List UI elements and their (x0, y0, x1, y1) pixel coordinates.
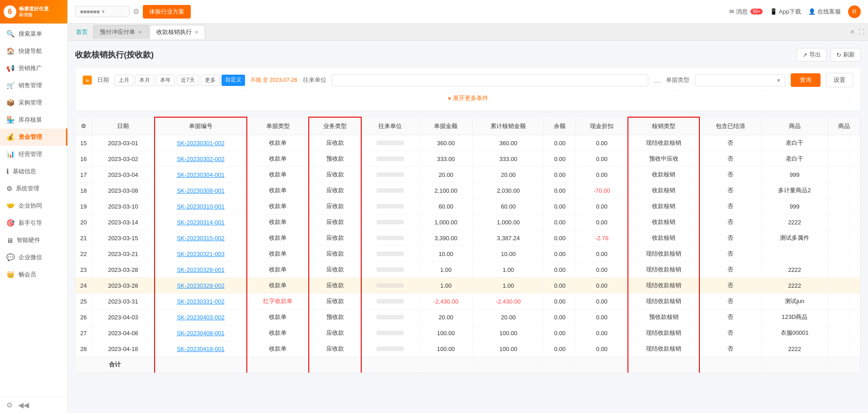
filter-expand-button[interactable]: » (83, 76, 92, 85)
sidebar-logo: 6 畅康道好生意 标准版 (0, 0, 67, 24)
wecom-icon: 💬 (6, 253, 15, 261)
td-balance: 0.00 (544, 183, 576, 199)
td-order-no[interactable]: SK-20230304-001 (155, 167, 247, 183)
tab-writeoff-close[interactable]: ✕ (194, 29, 198, 35)
date-btn-last-month[interactable]: 上月 (114, 75, 133, 86)
td-voucher-type: 收款单 (247, 230, 309, 246)
sidebar-item-operations[interactable]: 📊 经营管理 (0, 146, 67, 163)
sidebar-item-collab[interactable]: 🤝 企业协同 (0, 197, 67, 214)
td-order-no[interactable]: SK-20230331-002 (155, 294, 247, 309)
filter-dots[interactable]: ... (654, 76, 660, 85)
sidebar-item-finance[interactable]: 💰 资金管理 (0, 128, 67, 146)
sidebar-item-quicknav[interactable]: 🏠 快捷导航 (0, 43, 67, 60)
td-counterpart (361, 230, 419, 246)
td-order-no[interactable]: SK-20230308-001 (155, 183, 247, 199)
td-order-no[interactable]: SK-20230418-001 (155, 341, 247, 357)
sidebar-item-label: 搜索菜单 (19, 30, 42, 38)
td-order-no[interactable]: SK-20230403-002 (155, 309, 247, 325)
settings-footer-icon[interactable]: ⚙ (6, 401, 13, 409)
td-order-no[interactable]: SK-20230328-002 (155, 278, 247, 294)
td-date: 2023-03-10 (92, 199, 155, 214)
sidebar-item-system[interactable]: ⚙ 系统管理 (0, 180, 67, 197)
date-btn-this-month[interactable]: 本月 (135, 75, 154, 86)
sidebar-item-label: 畅会员 (19, 271, 36, 279)
td-order-no[interactable]: SK-20230321-003 (155, 246, 247, 262)
td-order-no[interactable]: SK-20230408-001 (155, 325, 247, 341)
sidebar-item-label: 营销推广 (19, 64, 42, 72)
sidebar-nav: 🔍 搜索菜单 🏠 快捷导航 📢 营销推广 🛒 销售管理 📦 采购管理 🏪 库存核… (0, 24, 67, 397)
tab-expand-icon[interactable]: ⛶ (859, 28, 864, 35)
date-btn-7days[interactable]: 近7天 (177, 75, 199, 86)
data-table: ⚙ 日期 单据编号 单据类型 业务类型 往来单位 单据金额 累计核销金额 余额 … (75, 117, 860, 373)
sidebar-item-marketing[interactable]: 📢 营销推广 (0, 60, 67, 77)
th-counterpart: 往来单位 (361, 117, 419, 135)
tab-home[interactable]: 首页 (71, 25, 92, 39)
counterpart-input[interactable] (332, 74, 648, 86)
th-balance: 余额 (544, 117, 576, 135)
td-order-no[interactable]: SK-20230310-001 (155, 199, 247, 214)
app-icon: 📱 (770, 8, 777, 15)
td-counterpart (361, 325, 419, 341)
sidebar-item-hardware[interactable]: 🖥 智能硬件 (0, 232, 67, 249)
td-order-no[interactable]: SK-20230314-001 (155, 214, 247, 230)
sidebar-item-search[interactable]: 🔍 搜索菜单 (0, 25, 67, 43)
sidebar-item-sales[interactable]: 🛒 销售管理 (0, 77, 67, 94)
td-balance: 0.00 (544, 294, 576, 309)
td-writeoff-amount: 1.00 (473, 262, 544, 278)
td-voucher-type: 收款单 (247, 309, 309, 325)
td-goods1: 老白干 (761, 135, 828, 151)
table-row: 272023-04-08SK-20230408-001收款单应收款100.001… (75, 325, 860, 341)
sidebar-item-label: 快捷导航 (19, 47, 42, 55)
td-writeoff-amount: -2,430.00 (473, 294, 544, 309)
td-order-no[interactable]: SK-20230315-002 (155, 230, 247, 246)
query-button[interactable]: 查询 (791, 73, 821, 87)
topbar-right: ✉ 消息 99+ 📱 App下载 👤 在线客服 R (729, 5, 861, 18)
settings-button[interactable]: 设置 (826, 73, 853, 87)
td-counterpart (361, 278, 419, 294)
td-goods2 (828, 151, 860, 167)
sidebar-item-base-info[interactable]: ℹ 基础信息 (0, 163, 67, 180)
sidebar-item-member[interactable]: 👑 畅会员 (0, 266, 67, 283)
td-order-no[interactable]: SK-20230328-001 (155, 262, 247, 278)
app-download-btn[interactable]: 📱 App下载 (770, 8, 801, 16)
td-no: 24 (75, 278, 92, 294)
td-goods1: 测试多属件 (761, 230, 828, 246)
sidebar-item-label: 基础信息 (13, 167, 36, 176)
collapse-icon[interactable]: ◀◀ (18, 401, 29, 409)
td-balance: 0.00 (544, 341, 576, 357)
td-order-no[interactable]: SK-20230301-002 (155, 135, 247, 151)
tab-prepay[interactable]: 预付冲应付单 ✕ (93, 25, 149, 39)
message-label: 消息 (736, 8, 748, 16)
td-goods2 (828, 135, 860, 151)
td-goods1: 2222 (761, 214, 828, 230)
tab-prepay-close[interactable]: ✕ (138, 29, 142, 35)
date-btn-more[interactable]: 更多 (201, 75, 220, 86)
online-service-btn[interactable]: 👤 在线客服 (808, 8, 841, 16)
td-goods1: 老白干 (761, 151, 828, 167)
table-row: 152023-03-01SK-20230301-002收款单应收款360.003… (75, 135, 860, 151)
date-custom-label[interactable]: 自定义 (222, 75, 245, 86)
td-voucher-type: 收款单 (247, 246, 309, 262)
date-btn-this-year[interactable]: 本年 (156, 75, 175, 86)
voucher-type-select[interactable]: ▾ (695, 74, 785, 86)
message-btn[interactable]: ✉ 消息 99+ (729, 8, 763, 16)
td-writeoff-type: 现结收款核销 (628, 262, 700, 278)
sidebar-item-inventory[interactable]: 🏪 库存核算 (0, 111, 67, 128)
refresh-button[interactable]: ↻ 刷新 (830, 48, 861, 62)
sidebar-item-purchase[interactable]: 📦 采购管理 (0, 94, 67, 111)
solution-button[interactable]: 体验行业方案 (143, 5, 191, 19)
export-button[interactable]: ↗ 导出 (797, 48, 827, 62)
filter-expand-row[interactable]: ▾ 展开更多条件 (83, 91, 853, 105)
footer-goods1 (761, 357, 828, 373)
user-avatar[interactable]: R (848, 5, 861, 18)
tab-writeoff[interactable]: 收款核销执行 ✕ (150, 25, 205, 39)
th-gear[interactable]: ⚙ (75, 117, 92, 135)
tab-close-all-icon[interactable]: ✕ (850, 28, 855, 35)
workspace-selector[interactable]: ■■■■■■ ▾ (75, 6, 129, 17)
sidebar-item-wecom[interactable]: 💬 企业微信 (0, 249, 67, 266)
td-order-no[interactable]: SK-20230302-002 (155, 151, 247, 167)
sidebar-item-guide[interactable]: 🎯 新手引导 (0, 214, 67, 232)
td-amount: 60.00 (419, 199, 473, 214)
gear-icon[interactable]: ⚙ (133, 7, 139, 16)
sidebar-item-label: 销售管理 (19, 81, 42, 90)
